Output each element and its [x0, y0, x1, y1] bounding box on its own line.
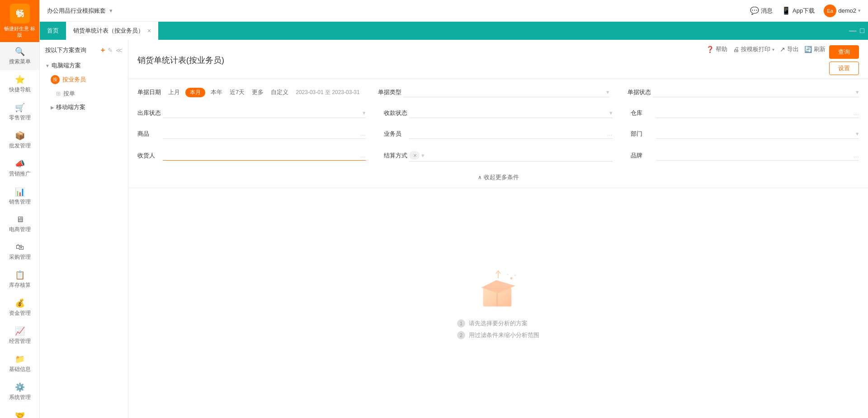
collapse-button[interactable]: ∧ 收起更多条件 [137, 171, 859, 184]
payment-tag-close-icon[interactable]: × [413, 152, 417, 159]
avatar-text: Ea [827, 8, 833, 14]
department-field[interactable] [656, 130, 854, 137]
payment-tag: × [409, 151, 420, 160]
brand-more-icon[interactable]: … [853, 152, 859, 159]
help-button[interactable]: ❓ 帮助 [706, 45, 727, 53]
consignee-input[interactable]: … [163, 151, 366, 161]
brand-input[interactable]: … [656, 151, 859, 161]
print-icon: 🖨 [733, 46, 739, 53]
date-tab-this-year[interactable]: 本年 [209, 87, 224, 97]
settings-button[interactable]: 设置 [829, 62, 859, 75]
doc-status-arrow-icon[interactable]: ▾ [856, 89, 859, 95]
app-download-button[interactable]: 📱 App下载 [782, 6, 815, 15]
sidebar-label-ecommerce: 电商管理 [9, 226, 31, 233]
payment-input[interactable]: × ▾ [409, 150, 612, 162]
salesman-more-icon[interactable]: … [607, 130, 613, 137]
doc-type-input[interactable]: ▾ [403, 87, 609, 97]
username: demo2 [838, 7, 856, 14]
doc-status-label: 单据状态 [627, 88, 653, 96]
warehouse-field[interactable] [656, 109, 851, 116]
tab-close-icon[interactable]: × [147, 27, 151, 34]
message-button[interactable]: 💬 消息 [750, 6, 773, 15]
sidebar-item-finance[interactable]: 💰 资金管理 [0, 294, 39, 322]
collapse-panel-icon[interactable]: ≪ [116, 47, 123, 54]
out-status-field[interactable] [163, 109, 361, 116]
sidebar-logo[interactable]: 畅 畅捷好生意 标版 [0, 0, 39, 42]
out-status-arrow-icon[interactable]: ▾ [363, 109, 366, 116]
sidebar-item-enterprise[interactable]: 🤝 企业协同 [0, 406, 39, 418]
sidebar-item-inventory[interactable]: 📋 库存核算 [0, 266, 39, 294]
out-status-input[interactable]: ▾ [163, 108, 366, 118]
breadcrumb-arrow-icon[interactable]: ▾ [109, 7, 113, 14]
salesman-input[interactable]: … [409, 129, 612, 139]
product-input[interactable]: … [163, 129, 366, 139]
mobile-group-header[interactable]: ▶ 移动端方案 [40, 100, 128, 114]
refresh-button[interactable]: 🔄 刷新 [804, 45, 826, 53]
product-more-icon[interactable]: … [360, 130, 366, 137]
doc-status-field[interactable] [653, 89, 854, 95]
doc-type-field[interactable] [403, 89, 604, 95]
message-label: 消息 [761, 7, 773, 15]
doc-type-status-row: 单据类型 ▾ 单据状态 ▾ [378, 84, 859, 101]
plan-salesman-label: 按业务员 [62, 76, 86, 84]
date-tab-last-month[interactable]: 上月 [166, 87, 182, 97]
product-field[interactable] [163, 130, 358, 137]
sidebar: 畅 畅捷好生意 标版 🔍 搜索菜单 ⭐ 快捷导航 🛒 零售管理 📦 批发管理 📣… [0, 0, 40, 418]
export-button[interactable]: ↗ 导出 [780, 45, 799, 53]
page-title-actions: ❓ 帮助 🖨 按模板打印 ▾ ↗ 导出 🔄 [706, 45, 826, 53]
marketing-icon: 📣 [15, 159, 25, 169]
tab-maximize-icon[interactable]: □ [860, 27, 864, 35]
plan-item-order[interactable]: ⊞ 按单 [40, 87, 128, 100]
sidebar-item-operation[interactable]: 📈 经营管理 [0, 322, 39, 350]
query-button[interactable]: 查询 [829, 45, 859, 59]
doc-type-arrow-icon[interactable]: ▾ [606, 89, 609, 95]
svg-point-4 [514, 275, 516, 276]
tab-active[interactable]: 销货单统计表（按业务员） × [66, 22, 158, 40]
top-header: 办公用品行业模拟账套 ▾ 💬 消息 📱 App下载 Ea demo2 ▾ [40, 0, 868, 22]
sidebar-item-ecommerce[interactable]: 🖥 电商管理 [0, 210, 39, 238]
print-button[interactable]: 🖨 按模板打印 ▾ [733, 45, 774, 53]
plan-order-label: 按单 [63, 90, 75, 98]
department-arrow-icon[interactable]: ▾ [856, 130, 859, 137]
sidebar-item-system[interactable]: ⚙️ 系统管理 [0, 378, 39, 406]
warehouse-more-icon[interactable]: … [853, 109, 859, 116]
tab-minimize-icon[interactable]: — [849, 27, 856, 35]
department-input[interactable]: ▾ [656, 129, 859, 139]
date-tab-7days[interactable]: 近7天 [228, 87, 246, 97]
empty-tip-1-text: 请先选择要分析的方案 [469, 319, 528, 328]
consignee-field[interactable] [163, 152, 358, 159]
plan-item-salesman[interactable]: 按 按业务员 [40, 72, 128, 87]
warehouse-input[interactable]: … [656, 108, 859, 118]
payment-arrow-icon[interactable]: ▾ [421, 152, 425, 159]
page-title-bar: 销货单统计表(按业务员) ❓ 帮助 🖨 按模板打印 ▾ ↗ [128, 40, 868, 79]
sidebar-item-purchase[interactable]: 🛍 采购管理 [0, 238, 39, 266]
sidebar-item-retail[interactable]: 🛒 零售管理 [0, 98, 39, 126]
sidebar-item-marketing[interactable]: 📣 营销推广 [0, 154, 39, 182]
date-tab-custom[interactable]: 自定义 [269, 87, 290, 97]
sidebar-item-wholesale[interactable]: 📦 批发管理 [0, 126, 39, 154]
sidebar-item-sales[interactable]: 📊 销售管理 [0, 182, 39, 210]
brand-field[interactable] [656, 152, 851, 159]
salesman-field[interactable] [409, 130, 604, 137]
quick-icon: ⭐ [15, 75, 25, 85]
sidebar-item-basic[interactable]: 📁 基础信息 [0, 350, 39, 378]
receipt-status-field[interactable] [409, 109, 607, 116]
edit-plan-icon[interactable]: ✎ [108, 47, 113, 54]
left-panel-icons: + ✎ ≪ [101, 46, 123, 54]
pc-group-label: 电脑端方案 [52, 62, 81, 70]
date-tab-more[interactable]: 更多 [250, 87, 265, 97]
add-plan-icon[interactable]: + [101, 46, 105, 54]
receipt-status-arrow-icon[interactable]: ▾ [609, 109, 613, 116]
receipt-status-input[interactable]: ▾ [409, 108, 612, 118]
sidebar-item-quick[interactable]: ⭐ 快捷导航 [0, 70, 39, 98]
consignee-more-icon[interactable]: … [360, 152, 366, 159]
tab-home[interactable]: 首页 [40, 22, 66, 40]
date-tab-this-month[interactable]: 本月 [185, 88, 205, 97]
user-menu[interactable]: Ea demo2 ▾ [824, 5, 861, 17]
sidebar-label-basic: 基础信息 [9, 366, 31, 373]
pc-group-header[interactable]: ▼ 电脑端方案 [40, 59, 128, 72]
sidebar-item-search[interactable]: 🔍 搜索菜单 [0, 42, 39, 70]
download-icon: 📱 [782, 6, 791, 15]
doc-status-input[interactable]: ▾ [653, 87, 859, 97]
logo-text: 畅捷好生意 标版 [2, 25, 38, 38]
